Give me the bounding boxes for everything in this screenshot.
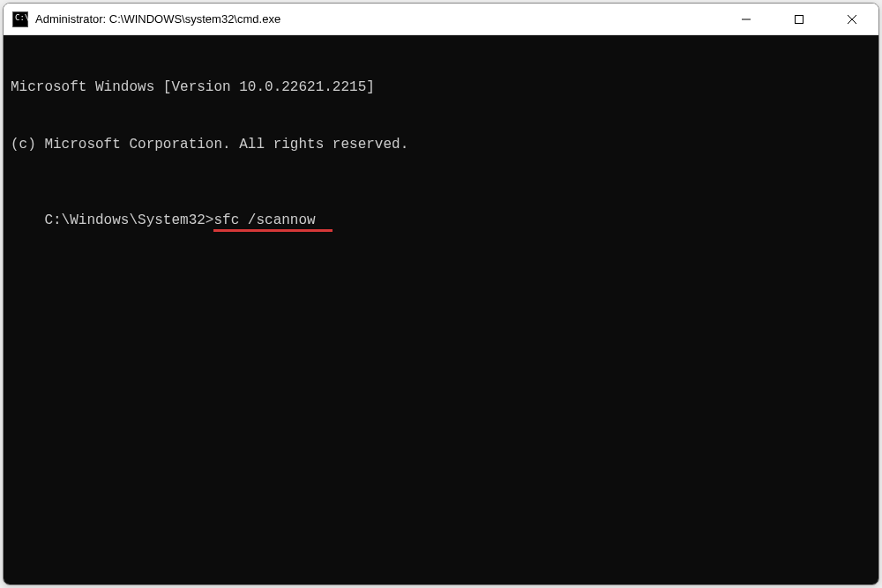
close-icon [847,14,857,25]
minimize-button[interactable] [720,4,773,34]
close-button[interactable] [826,4,878,34]
terminal-prompt-line: C:\Windows\System32>sfc /scannow [44,212,315,231]
terminal-version-line: Microsoft Windows [Version 10.0.22621.22… [11,78,871,98]
maximize-icon [794,14,804,25]
terminal-output[interactable]: Microsoft Windows [Version 10.0.22621.22… [4,35,878,584]
cmd-window: C:\. Administrator: C:\WINDOWS\system32\… [3,3,879,585]
cmd-icon: C:\. [12,11,28,27]
maximize-button[interactable] [773,4,826,34]
titlebar: C:\. Administrator: C:\WINDOWS\system32\… [4,4,878,35]
svg-rect-1 [796,15,804,23]
red-underline-annotation [213,229,333,232]
cmd-icon-text: C:\. [15,14,34,22]
terminal-prompt: C:\Windows\System32> [44,212,213,228]
minimize-icon [741,14,751,25]
terminal-copyright-line: (c) Microsoft Corporation. All rights re… [11,136,871,155]
window-title: Administrator: C:\WINDOWS\system32\cmd.e… [35,12,720,26]
window-controls [720,4,878,34]
terminal-command: sfc /scannow [213,212,315,228]
